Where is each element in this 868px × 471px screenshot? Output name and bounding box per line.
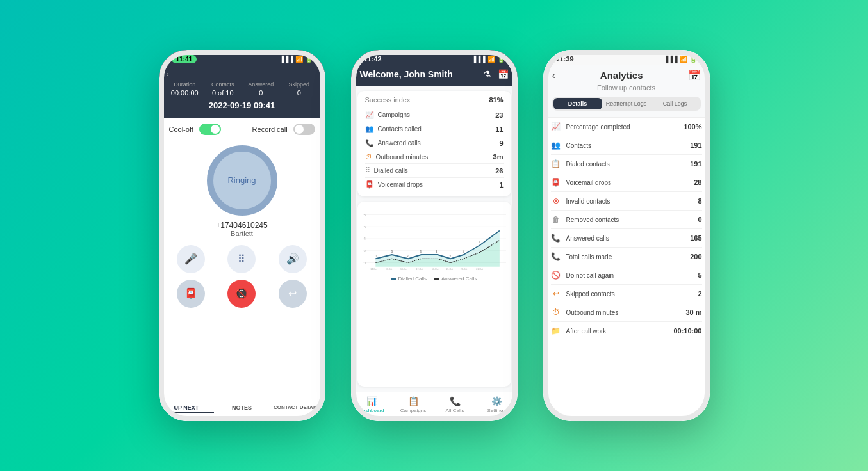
nav-dashboard[interactable]: 📊 Dashboard bbox=[351, 396, 393, 413]
transfer-button[interactable]: ↩ bbox=[279, 280, 307, 308]
calendar-icon[interactable]: 📅 bbox=[498, 69, 509, 79]
voicemail-drops-icon: 📮 bbox=[365, 180, 374, 189]
chart-legend: Dialled Calls Answered Calls bbox=[363, 276, 506, 282]
outbound3-icon: ⏱ bbox=[551, 308, 561, 317]
voicemail-drops-label: Voicemail drops bbox=[378, 181, 423, 188]
analytics-subtitle: Follow up contacts bbox=[552, 84, 701, 92]
removed-contacts-icon: 🗑 bbox=[551, 215, 561, 224]
wifi-icon: 📶 bbox=[295, 56, 303, 63]
mute-button[interactable]: 🎤 bbox=[177, 245, 205, 273]
percentage-value: 100% bbox=[684, 123, 701, 131]
svg-text:8: 8 bbox=[364, 213, 366, 218]
nav-notes[interactable]: NOTES bbox=[214, 404, 270, 413]
do-not-call-icon: 🚫 bbox=[551, 271, 561, 280]
battery3-icon: 🔋 bbox=[689, 56, 697, 63]
answered3-icon: 📞 bbox=[551, 234, 561, 243]
hangup-button[interactable]: 📵 bbox=[227, 280, 256, 308]
svg-text:19-Oct: 19-Oct bbox=[446, 267, 453, 270]
do-not-call-value: 5 bbox=[698, 271, 701, 279]
keypad-button[interactable]: ⠿ bbox=[227, 245, 256, 273]
cool-off-toggle: Cool-off bbox=[169, 123, 221, 135]
phone3-header: ‹ Analytics 📅 Follow up contacts Details… bbox=[543, 65, 710, 118]
skipped-label: Skipped contacts bbox=[566, 291, 615, 298]
signal-icons-3: ▐▐▐ 📶 🔋 bbox=[664, 56, 696, 63]
svg-text:4: 4 bbox=[364, 237, 366, 241]
svg-text:17-Oct: 17-Oct bbox=[416, 267, 423, 270]
skipped-icon: ↩ bbox=[551, 289, 561, 298]
row-percentage-completed: 📈 Percentage completed 100% bbox=[551, 118, 702, 136]
row-answered-calls: 📞 Answered calls 165 bbox=[551, 229, 702, 248]
outbound-minutes-value: 3m bbox=[493, 153, 504, 161]
settings-icon: ⚙️ bbox=[476, 396, 518, 406]
chart-card: 8 6 4 2 0 0 3 3 3 3 3 5 bbox=[357, 202, 511, 387]
nav-campaigns[interactable]: 📋 Campaigns bbox=[393, 396, 434, 413]
tab-reattempt-logs[interactable]: Reattempt Logs bbox=[602, 98, 651, 109]
status-time-2: 11:42 bbox=[364, 55, 382, 63]
caller-name: Bartlett bbox=[169, 230, 315, 237]
campaigns-value: 23 bbox=[495, 111, 503, 119]
dialed-contacts-icon: 📋 bbox=[551, 159, 561, 168]
answered-calls-label: Answered calls bbox=[378, 140, 421, 147]
signal3-icon: ▐▐▐ bbox=[664, 56, 677, 63]
calendar3-icon[interactable]: 📅 bbox=[688, 69, 701, 81]
success-index-value: 81% bbox=[489, 96, 503, 104]
svg-text:2: 2 bbox=[364, 249, 366, 253]
svg-text:5: 5 bbox=[462, 250, 464, 253]
filter-icon[interactable]: ⚗ bbox=[483, 69, 491, 79]
svg-text:14-Oct: 14-Oct bbox=[370, 267, 377, 270]
analytics-title: Analytics bbox=[555, 70, 688, 81]
stat-voicemail-drops: 📮Voicemail drops 1 bbox=[365, 177, 504, 191]
dashboard-icon: 📊 bbox=[351, 396, 393, 406]
svg-text:0: 0 bbox=[364, 261, 366, 266]
signal-icons-2: ▐▐▐ 📶 🔋 bbox=[471, 56, 504, 63]
phone-2: 11:42 ▐▐▐ 📶 🔋 Welcome, John Smith ⚗ 📅 Su… bbox=[351, 50, 518, 421]
contacts-value: 191 bbox=[690, 141, 701, 149]
back-arrow[interactable]: ‹ bbox=[167, 70, 169, 79]
row-dialed-contacts: 📋 Dialed contacts 191 bbox=[551, 155, 702, 173]
phone2-title-row: Welcome, John Smith ⚗ 📅 bbox=[360, 69, 509, 79]
nav-up-next[interactable]: UP NEXT bbox=[159, 404, 215, 413]
campaigns-label: Campaigns bbox=[378, 111, 411, 118]
voicemail-button[interactable]: 📮 bbox=[177, 280, 205, 308]
caller-number: +17404610245 bbox=[169, 221, 315, 230]
signal-icon: ▐▐▐ bbox=[279, 56, 293, 63]
line-chart: 8 6 4 2 0 0 3 3 3 3 3 5 bbox=[363, 207, 506, 271]
svg-text:0: 0 bbox=[375, 254, 377, 257]
phone2-body: Success index 81% 📈Campaigns 23 👥Contact… bbox=[351, 86, 518, 392]
outbound3-label: Outbound minutes bbox=[566, 309, 619, 316]
svg-text:3: 3 bbox=[407, 254, 409, 257]
ringing-indicator: Ringing bbox=[207, 145, 277, 216]
signal2-icon: ▐▐▐ bbox=[471, 56, 485, 63]
battery-icon: 🔋 bbox=[305, 56, 313, 63]
speaker-button[interactable]: 🔊 bbox=[279, 245, 307, 273]
dialled-calls-value: 26 bbox=[495, 167, 503, 175]
row-skipped-contacts: ↩ Skipped contacts 2 bbox=[551, 285, 702, 303]
outbound-minutes-label: Outbound minutes bbox=[376, 154, 429, 161]
phone2-header-icons: ⚗ 📅 bbox=[483, 69, 509, 79]
contacts-label: Contacts bbox=[566, 142, 591, 149]
nav-settings[interactable]: ⚙️ Settings bbox=[476, 396, 518, 413]
status-time-1: 11:41 bbox=[172, 55, 197, 63]
svg-text:3: 3 bbox=[391, 250, 393, 253]
record-call-switch[interactable] bbox=[293, 124, 315, 135]
status-bar-1: 11:41 ▐▐▐ 📶 🔋 bbox=[159, 50, 325, 66]
tab-call-logs[interactable]: Call Logs bbox=[651, 98, 700, 109]
svg-text:15-Oct: 15-Oct bbox=[385, 267, 392, 270]
after-call-label: After call work bbox=[566, 328, 607, 335]
status-bar-2: 11:42 ▐▐▐ 📶 🔋 bbox=[351, 50, 518, 65]
total-calls-label: Total calls made bbox=[566, 253, 612, 260]
nav-contact-details[interactable]: CONTACT DETAILS bbox=[270, 404, 325, 413]
contacts-called-icon: 👥 bbox=[365, 125, 374, 133]
cool-off-switch[interactable] bbox=[199, 124, 221, 135]
all-calls-label: All Calls bbox=[446, 408, 464, 413]
percentage-icon: 📈 bbox=[551, 122, 561, 131]
svg-text:3: 3 bbox=[449, 254, 451, 257]
all-calls-icon: 📞 bbox=[434, 396, 476, 406]
row-total-calls: 📞 Total calls made 200 bbox=[551, 248, 702, 266]
wifi2-icon: 📶 bbox=[487, 56, 495, 63]
total-calls-value: 200 bbox=[690, 253, 701, 260]
tab-details[interactable]: Details bbox=[553, 98, 602, 109]
nav-all-calls[interactable]: 📞 All Calls bbox=[434, 396, 476, 413]
stat-dialled-calls: ⠿Dialled calls 26 bbox=[365, 163, 504, 177]
stat-outbound-minutes: ⏱Outbound minutes 3m bbox=[365, 150, 504, 163]
